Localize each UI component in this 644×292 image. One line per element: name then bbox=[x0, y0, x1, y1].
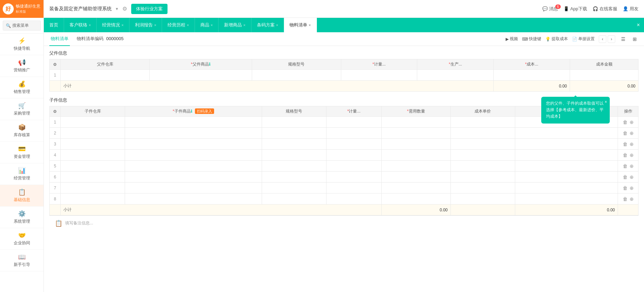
delete-row-2-icon[interactable]: 🗑 bbox=[623, 130, 628, 136]
child-row-6-unit[interactable] bbox=[326, 172, 381, 183]
message-button[interactable]: 💬 消息 6 bbox=[542, 6, 558, 12]
dropdown-arrow-icon[interactable]: ▾ bbox=[116, 6, 118, 11]
copy-row-8-icon[interactable]: ⊕ bbox=[630, 196, 634, 202]
prev-button[interactable]: ‹ bbox=[599, 35, 606, 43]
child-row-8-unit[interactable] bbox=[326, 194, 381, 205]
sidebar-item-purchase[interactable]: 🛒 采购管理 bbox=[0, 98, 44, 120]
child-row-1-warehouse[interactable] bbox=[61, 117, 125, 128]
cost-action[interactable]: 💡 提取成本 bbox=[545, 36, 568, 42]
sidebar-item-quick-nav[interactable]: ⚡ 快捷导航 bbox=[0, 34, 44, 55]
child-row-6-goods[interactable] bbox=[125, 172, 262, 183]
child-row-8-goods[interactable] bbox=[125, 194, 262, 205]
child-row-1-spec[interactable] bbox=[262, 117, 326, 128]
sidebar-item-guide[interactable]: 📖 新手引导 bbox=[0, 250, 44, 271]
child-row-6-spec[interactable] bbox=[262, 172, 326, 183]
delete-row-7-icon[interactable]: 🗑 bbox=[623, 185, 628, 191]
sidebar-item-finance[interactable]: 💳 资金管理 bbox=[0, 142, 44, 163]
copy-row-1-icon[interactable]: ⊕ bbox=[630, 119, 634, 125]
child-row-8-qty[interactable] bbox=[382, 194, 451, 205]
child-row-3-warehouse[interactable] bbox=[61, 139, 125, 150]
child-row-6-unit-cost[interactable] bbox=[450, 172, 515, 183]
sidebar-item-operations[interactable]: 📊 经营管理 bbox=[0, 163, 44, 185]
parent-row-1-cost[interactable] bbox=[494, 70, 570, 81]
copy-row-2-icon[interactable]: ⊕ bbox=[630, 130, 634, 136]
child-row-3-spec[interactable] bbox=[262, 139, 326, 150]
tab-bom[interactable]: 物料清单 × bbox=[284, 18, 317, 32]
shortcut-action[interactable]: ⌨ 快捷键 bbox=[522, 36, 541, 42]
tab-new-goods[interactable]: 新增商品 × bbox=[219, 18, 251, 32]
delete-row-5-icon[interactable]: 🗑 bbox=[623, 163, 628, 169]
app-download-button[interactable]: 📱 App下载 bbox=[564, 6, 587, 12]
parent-row-1-produce[interactable] bbox=[417, 70, 494, 81]
delete-row-1-icon[interactable]: 🗑 bbox=[623, 119, 628, 125]
tab-history-close-icon[interactable]: × bbox=[187, 23, 189, 27]
close-all-tabs-button[interactable]: × bbox=[633, 22, 644, 28]
copy-row-7-icon[interactable]: ⊕ bbox=[630, 185, 634, 191]
child-row-7-unit-cost[interactable] bbox=[450, 183, 515, 194]
tab-history[interactable]: 经营历程 × bbox=[162, 18, 195, 32]
child-row-8-warehouse[interactable] bbox=[61, 194, 125, 205]
child-row-2-unit-cost[interactable] bbox=[450, 128, 515, 139]
tab-bom-close-icon[interactable]: × bbox=[309, 23, 311, 27]
copy-row-3-icon[interactable]: ⊕ bbox=[630, 141, 634, 147]
tab-goods[interactable]: 商品 × bbox=[195, 18, 219, 32]
sidebar-item-marketing[interactable]: 📢 营销推广 bbox=[0, 55, 44, 77]
child-row-6-warehouse[interactable] bbox=[61, 172, 125, 183]
sidebar-item-cooperation[interactable]: 🤝 企业协同 bbox=[0, 228, 44, 250]
settings-action[interactable]: 📄 单据设置 bbox=[572, 36, 595, 42]
trial-button[interactable]: 体验行业方案 bbox=[131, 4, 168, 14]
tab-barcode-close-icon[interactable]: × bbox=[276, 23, 278, 27]
child-row-4-unit[interactable] bbox=[326, 150, 381, 161]
parent-row-1-spec[interactable] bbox=[252, 70, 341, 81]
next-button[interactable]: › bbox=[608, 35, 615, 43]
tab-home[interactable]: 首页 bbox=[44, 18, 64, 32]
tab-barcode[interactable]: 条码方案 × bbox=[251, 18, 284, 32]
child-row-1-goods[interactable] bbox=[125, 117, 262, 128]
child-row-5-goods[interactable] bbox=[125, 161, 262, 172]
child-row-5-unit[interactable] bbox=[326, 161, 381, 172]
parent-row-1-unit[interactable] bbox=[341, 70, 417, 81]
child-row-3-goods[interactable] bbox=[125, 139, 262, 150]
child-row-1-qty[interactable] bbox=[382, 117, 451, 128]
sidebar-item-sales[interactable]: 💰 销售管理 bbox=[0, 77, 44, 98]
delete-row-8-icon[interactable]: 🗑 bbox=[623, 196, 628, 202]
tab-new-goods-close-icon[interactable]: × bbox=[243, 23, 245, 27]
child-row-5-warehouse[interactable] bbox=[61, 161, 125, 172]
list-view-icon[interactable]: ☰ bbox=[619, 35, 627, 43]
child-row-1-unit[interactable] bbox=[326, 117, 381, 128]
child-row-2-unit[interactable] bbox=[326, 128, 381, 139]
tab-customer[interactable]: 客户联络 × bbox=[64, 18, 97, 32]
child-row-2-qty[interactable] bbox=[382, 128, 451, 139]
child-col-settings[interactable]: ⚙ bbox=[50, 106, 61, 117]
child-row-4-qty[interactable] bbox=[382, 150, 451, 161]
tab-goods-close-icon[interactable]: × bbox=[211, 23, 213, 27]
child-row-2-spec[interactable] bbox=[262, 128, 326, 139]
child-row-2-warehouse[interactable] bbox=[61, 128, 125, 139]
settings-icon[interactable]: ⚙ bbox=[122, 5, 127, 12]
tooltip-close-button[interactable]: × bbox=[605, 99, 607, 105]
child-row-8-spec[interactable] bbox=[262, 194, 326, 205]
child-row-4-spec[interactable] bbox=[262, 150, 326, 161]
view-action[interactable]: ▶ 视频 bbox=[506, 36, 518, 42]
child-row-6-qty[interactable] bbox=[382, 172, 451, 183]
user-button[interactable]: 👤 用友 bbox=[623, 6, 639, 12]
copy-row-5-icon[interactable]: ⊕ bbox=[630, 163, 634, 169]
child-row-4-unit-cost[interactable] bbox=[450, 150, 515, 161]
sidebar-item-inventory[interactable]: 📦 库存核算 bbox=[0, 120, 44, 142]
child-row-3-unit[interactable] bbox=[326, 139, 381, 150]
sub-tab-bom[interactable]: 物料清单 bbox=[49, 32, 70, 46]
delete-row-4-icon[interactable]: 🗑 bbox=[623, 152, 628, 158]
sidebar-item-system[interactable]: ⚙️ 系统管理 bbox=[0, 207, 44, 228]
child-row-7-qty[interactable] bbox=[382, 183, 451, 194]
child-row-2-goods[interactable] bbox=[125, 128, 262, 139]
child-row-3-qty[interactable] bbox=[382, 139, 451, 150]
child-row-4-warehouse[interactable] bbox=[61, 150, 125, 161]
child-row-5-spec[interactable] bbox=[262, 161, 326, 172]
child-row-7-spec[interactable] bbox=[262, 183, 326, 194]
child-row-1-unit-cost[interactable] bbox=[450, 117, 515, 128]
child-row-3-unit-cost[interactable] bbox=[450, 139, 515, 150]
parent-row-1-warehouse[interactable] bbox=[61, 70, 150, 81]
child-row-7-goods[interactable] bbox=[125, 183, 262, 194]
copy-row-6-icon[interactable]: ⊕ bbox=[630, 174, 634, 180]
tab-profit-close-icon[interactable]: × bbox=[154, 23, 156, 27]
